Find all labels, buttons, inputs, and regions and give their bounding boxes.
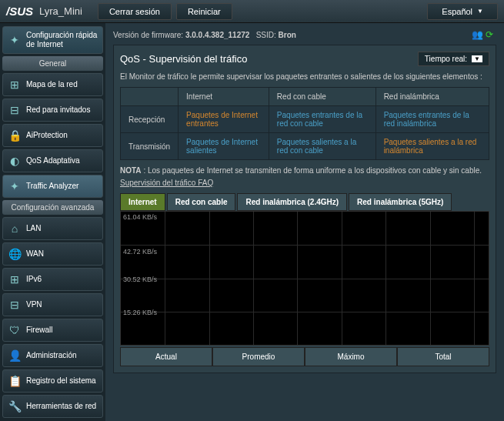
sidebar-item-label: LAN [26, 224, 41, 233]
wrench-icon: 🔧 [8, 399, 22, 413]
link-tx-wired[interactable]: Paquetes salientes a la red con cable [277, 138, 356, 155]
ssid-value: Bron [279, 31, 296, 39]
note-text: NOTA NOTA : Los paquetes de Internet se … [120, 166, 489, 175]
sidebar-item-label: WAN [26, 249, 44, 259]
traffic-table: InternetRed con cableRed inalámbrica Rec… [120, 87, 489, 160]
fw-version: 3.0.0.4.382_11272 [185, 31, 249, 39]
link-tx-wireless[interactable]: Paquetes salientes a la red inalámbrica [384, 138, 477, 155]
tab-24ghz[interactable]: Red inalámbrica (2.4GHz) [237, 193, 347, 211]
sidebar-item-tools[interactable]: 🔧Herramientas de red [2, 395, 103, 418]
sidebar-item-label: Herramientas de red [26, 402, 96, 411]
y-tick: 61.04 KB/s [123, 213, 157, 221]
stat-avg: Promedio [212, 347, 305, 366]
refresh-icon[interactable]: ⟳ [486, 29, 496, 40]
stat-current: Actual [120, 347, 212, 366]
sidebar-item-guest[interactable]: ⊟Red para invitados [2, 99, 103, 122]
sidebar-item-label: Red para invitados [26, 105, 90, 115]
y-tick: 30.52 KB/s [123, 276, 157, 283]
dropdown-label: Tiempo real: [425, 55, 467, 63]
sidebar: ✦ Configuración rápida de Internet Gener… [0, 23, 105, 421]
fw-label: Versión de firmware: [113, 31, 183, 39]
chevron-down-icon: ▼ [472, 55, 482, 62]
network-icon: ⊞ [8, 78, 22, 92]
sidebar-item-label: Registro del sistema [26, 376, 96, 386]
log-icon: 📋 [8, 374, 22, 388]
sidebar-item-aiprotection[interactable]: 🔒AiProtection [2, 124, 103, 147]
link-tx-internet[interactable]: Paquetes de Internet salientes [186, 138, 258, 155]
sidebar-item-label: Mapa de la red [26, 80, 78, 89]
sidebar-item-syslog[interactable]: 📋Registro del sistema [2, 369, 103, 393]
chevron-down-icon: ▼ [477, 8, 483, 15]
th-wireless: Red inalámbrica [375, 88, 489, 106]
logout-button[interactable]: Cerrar sesión [98, 3, 172, 20]
sidebar-item-wan[interactable]: 🌐WAN [2, 242, 103, 266]
th-internet: Internet [179, 88, 269, 106]
reboot-button[interactable]: Reiniciar [176, 3, 232, 20]
chart-tabs: Internet Red con cable Red inalámbrica (… [120, 193, 489, 211]
sidebar-item-label: IPv6 [26, 275, 42, 284]
timeframe-dropdown[interactable]: Tiempo real: ▼ [418, 52, 489, 66]
sidebar-section-general: General [2, 56, 103, 71]
th-wired: Red con cable [269, 88, 375, 106]
sidebar-item-label: AiProtection [26, 131, 68, 140]
tab-5ghz[interactable]: Red inalámbrica (5GHz) [349, 193, 452, 211]
sidebar-item-ipv6[interactable]: ⊞IPv6 [2, 268, 103, 291]
stat-max: Máximo [305, 347, 397, 366]
language-selector[interactable]: Español▼ [427, 3, 498, 20]
panel-description: El Monitor de tráfico le permite supervi… [120, 72, 489, 81]
y-tick: 42.72 KB/s [123, 248, 157, 256]
guest-icon: ⊟ [8, 103, 22, 117]
ipv6-icon: ⊞ [8, 272, 22, 286]
sidebar-item-label: QoS Adaptativa [26, 156, 80, 165]
sidebar-item-label: Traffic Analyzer [26, 182, 78, 191]
brand-logo: /SUS [6, 5, 33, 18]
sidebar-item-admin[interactable]: 👤Administración [2, 344, 103, 367]
gauge-icon: ◐ [8, 154, 22, 168]
vpn-icon: ⊟ [8, 298, 22, 312]
panel-title: QoS - Supervisión del tráfico [120, 53, 247, 65]
sidebar-item-traffic[interactable]: ✦Traffic Analyzer [2, 175, 103, 198]
ssid-label: SSID: [256, 31, 276, 39]
users-icon[interactable]: 👥 [472, 29, 482, 40]
link-rx-internet[interactable]: Paquetes de Internet entrantes [186, 111, 258, 128]
row-tx: Transmisión [121, 133, 179, 160]
sidebar-item-firewall[interactable]: 🛡Firewall [2, 319, 103, 342]
sidebar-item-label: VPN [26, 300, 42, 309]
traffic-chart: 61.04 KB/s 42.72 KB/s 30.52 KB/s 15.26 K… [120, 211, 489, 346]
globe-icon: 🌐 [8, 247, 22, 261]
shield-icon: 🔒 [8, 129, 22, 142]
chart-icon: ✦ [8, 179, 22, 193]
sidebar-item-label: Administración [26, 351, 77, 360]
link-rx-wired[interactable]: Paquetes entrantes de la red con cable [277, 111, 362, 128]
qos-panel: QoS - Supervisión del tráfico Tiempo rea… [113, 45, 496, 373]
sidebar-wizard[interactable]: ✦ Configuración rápida de Internet [2, 26, 103, 54]
sidebar-item-lan[interactable]: ⌂LAN [2, 217, 103, 240]
model-name: Lyra_Mini [39, 5, 82, 17]
tab-internet[interactable]: Internet [120, 193, 165, 211]
stats-row: Actual Promedio Máximo Total [120, 347, 489, 366]
sidebar-item-label: Configuración rápida de Internet [26, 31, 98, 49]
firmware-bar: Versión de firmware: 3.0.0.4.382_11272 S… [113, 28, 496, 45]
sidebar-item-vpn[interactable]: ⊟VPN [2, 293, 103, 316]
user-icon: 👤 [8, 349, 22, 363]
row-rx: Recepción [121, 106, 179, 133]
sidebar-section-advanced: Configuración avanzada [2, 200, 103, 215]
app-header: /SUS Lyra_Mini Cerrar sesión Reiniciar E… [0, 0, 504, 23]
sidebar-item-label: Firewall [26, 326, 52, 335]
house-icon: ⌂ [8, 222, 22, 236]
faq-link[interactable]: Supervisión del tráfico FAQ [120, 179, 213, 187]
sidebar-item-network-map[interactable]: ⊞Mapa de la red [2, 73, 103, 96]
link-rx-wireless[interactable]: Paquetes entrantes de la red inalámbrica [384, 111, 469, 128]
tab-wired[interactable]: Red con cable [167, 193, 236, 211]
sidebar-item-qos[interactable]: ◐QoS Adaptativa [2, 149, 103, 172]
language-label: Español [442, 7, 472, 16]
stat-total: Total [397, 347, 489, 366]
firewall-icon: 🛡 [8, 323, 22, 337]
content-area: Versión de firmware: 3.0.0.4.382_11272 S… [105, 23, 504, 421]
wand-icon: ✦ [8, 33, 22, 47]
y-tick: 15.26 KB/s [123, 309, 157, 316]
